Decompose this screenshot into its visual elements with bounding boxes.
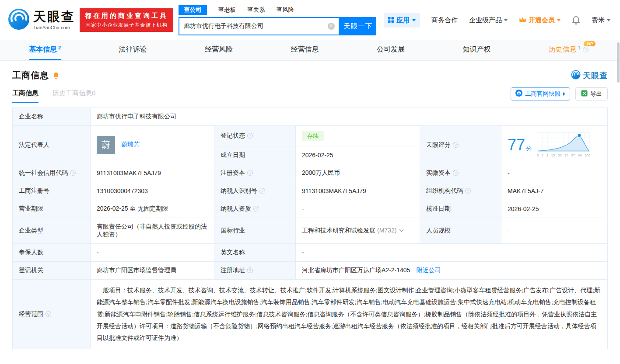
notification-bell-icon[interactable]	[572, 16, 580, 24]
label-registered-address: 注册地址	[214, 262, 296, 280]
label-business-scope: 经营范围	[13, 280, 91, 349]
slogan-line2: 国家中小企业发展子基金旗下机构	[80, 22, 173, 28]
section-header: 工商信息 天眼查	[0, 61, 620, 85]
subtab-business-info[interactable]: 工商信息	[12, 85, 39, 103]
tab-legal-proceedings[interactable]: 法律诉讼	[119, 40, 147, 60]
tab-operating-info[interactable]: 经营信息	[291, 40, 319, 60]
top-menu: 应用 商务合作 企业级产品 开通会员 费米	[384, 13, 620, 28]
question-icon[interactable]	[70, 170, 76, 176]
value-business-scope: 一般项目：技术服务、技术开发、技术咨询、技术交流、技术转让、技术推广;软件开发;…	[91, 280, 608, 349]
value-taxpayer-id: 91131003MAK7L5AJ79	[296, 182, 420, 200]
export-button[interactable]: 导出	[575, 87, 608, 101]
snapshot-label: 工商官网快照	[525, 90, 560, 98]
clear-search-icon[interactable]	[328, 23, 335, 30]
search-button[interactable]: 天眼一下	[340, 17, 376, 35]
label-insured-count: 参保人数	[13, 244, 91, 262]
legal-rep-link[interactable]: 蔚瑞芳	[121, 141, 140, 148]
legal-rep-avatar[interactable]: 蔚	[97, 136, 115, 154]
export-label: 导出	[590, 90, 602, 98]
label-staff-size: 人员规模	[420, 218, 501, 244]
user-menu[interactable]: 费米	[592, 16, 610, 24]
business-cooperation-link[interactable]: 商务合作	[431, 16, 458, 24]
search-input-container	[179, 17, 340, 35]
tianyan-score-widget[interactable]: 77分 0131550859799100	[508, 132, 601, 157]
tab-company-development[interactable]: 公司发展	[377, 40, 405, 60]
question-icon[interactable]	[247, 170, 253, 176]
chevron-down-icon	[607, 19, 610, 21]
official-snapshot-button[interactable]: 工商官网快照	[511, 87, 570, 101]
table-row: 统一社会信用代码 91131003MAK7L5AJ79 注册资本 2000万人民…	[13, 164, 608, 182]
camera-icon	[515, 90, 522, 98]
value-paid-capital: -	[501, 164, 608, 182]
tab-basic-info[interactable]: 基本信息 2	[29, 40, 61, 60]
chevron-down-icon[interactable]	[399, 228, 404, 232]
tab-search-relation[interactable]: 查关系	[247, 6, 265, 14]
scrollbar[interactable]	[617, 42, 620, 83]
watermark-text: 天眼查	[583, 70, 608, 81]
question-icon[interactable]	[583, 47, 588, 52]
page-title: 工商信息	[12, 69, 49, 81]
apps-menu[interactable]: 应用	[384, 13, 420, 28]
value-company-name: 廊坊市优行电子科技有限公司	[91, 108, 608, 126]
table-row: 营业期限 2026-02-25 至 无固定期限 纳税人资质 - 核准日期 202…	[13, 200, 608, 218]
question-icon[interactable]	[253, 206, 259, 211]
question-icon[interactable]	[465, 188, 471, 194]
label-legal-representative: 法定代表人	[13, 126, 91, 164]
value-org-code: MAK7L5AJ-7	[501, 182, 608, 200]
tianyancha-logo[interactable]: 天眼查 TianYanCha.com	[8, 8, 75, 32]
enterprise-products-menu[interactable]: 企业级产品	[469, 16, 508, 24]
tab-search-boss[interactable]: 查老板	[218, 6, 236, 14]
tab-operating-risk[interactable]: 经营风险	[205, 40, 233, 60]
score-curve-chart	[537, 132, 590, 152]
subscribe-bell-icon[interactable]	[53, 72, 60, 79]
label-taxpayer-quality: 纳税人资质	[214, 200, 296, 218]
question-icon[interactable]	[453, 142, 459, 148]
label-paid-capital: 实缴资本	[420, 164, 501, 182]
value-tianyan-score: 77分 0131550859799100	[501, 126, 608, 164]
question-icon[interactable]	[247, 133, 253, 139]
tianyancha-logo-icon	[571, 70, 581, 81]
arrow-right-icon	[563, 92, 565, 96]
value-approval-date: 2026-02-25	[501, 200, 608, 218]
question-icon[interactable]	[46, 311, 51, 317]
value-taxpayer-quality: -	[296, 200, 420, 218]
question-icon[interactable]	[453, 170, 459, 176]
value-english-name: -	[296, 244, 608, 262]
tab-label: 历史信息	[549, 45, 577, 54]
tianyancha-watermark: 天眼查	[571, 70, 608, 81]
tab-label: 法律诉讼	[119, 45, 147, 54]
vip-upgrade-link[interactable]: 开通会员	[519, 16, 560, 24]
value-registration-status: 存续	[296, 126, 420, 146]
label-registration-number: 工商注册号	[13, 182, 91, 200]
label-company-name: 企业名称	[13, 108, 91, 126]
search-input[interactable]	[179, 23, 339, 30]
tab-intellectual-property[interactable]: 知识产权	[462, 40, 490, 60]
table-row: 企业名称 廊坊市优行电子科技有限公司	[13, 108, 608, 126]
tab-history-info[interactable]: VIP 历史信息 1	[549, 40, 591, 60]
slogan-line1: 都在用的商业查询工具	[80, 12, 173, 20]
chevron-down-icon	[504, 19, 508, 21]
value-industry: 工程和技术研究和试验发展(M732)	[296, 218, 420, 244]
label-approval-date: 核准日期	[420, 200, 501, 218]
value-registered-capital: 2000万人民币	[296, 164, 420, 182]
score-marker-icon	[578, 134, 581, 137]
vip-badge: VIP	[584, 41, 595, 46]
top-header: 天眼查 TianYanCha.com 都在用的商业查询工具 国家中小企业发展子基…	[0, 0, 620, 40]
tab-search-company[interactable]: 查公司	[179, 5, 207, 15]
score-axis-labels: 0131550859799100	[537, 153, 590, 157]
export-excel-icon	[581, 90, 588, 98]
question-icon[interactable]	[259, 188, 265, 194]
table-row: 企业类型 有限责任公司（非自然人投资或控股的法人独资） 国标行业 工程和技术研究…	[13, 218, 608, 244]
label-registered-capital: 注册资本	[214, 164, 296, 182]
tab-badge: 2	[58, 45, 61, 50]
subtab-row: 工商信息 历史工商信息0 工商官网快照 导出	[0, 85, 620, 103]
label-industry: 国标行业	[214, 218, 296, 244]
label-registration-status: 登记状态	[214, 126, 296, 146]
tab-search-risk[interactable]: 查风险	[277, 6, 294, 14]
tab-label: 基本信息	[29, 45, 57, 54]
value-company-type: 有限责任公司（非自然人投资或控股的法人独资）	[91, 218, 214, 244]
question-icon[interactable]	[247, 267, 253, 273]
nearby-companies-link[interactable]: 附近公司	[416, 267, 441, 274]
subtab-history-business-info[interactable]: 历史工商信息0	[53, 85, 95, 103]
status-badge: 存续	[302, 131, 324, 141]
